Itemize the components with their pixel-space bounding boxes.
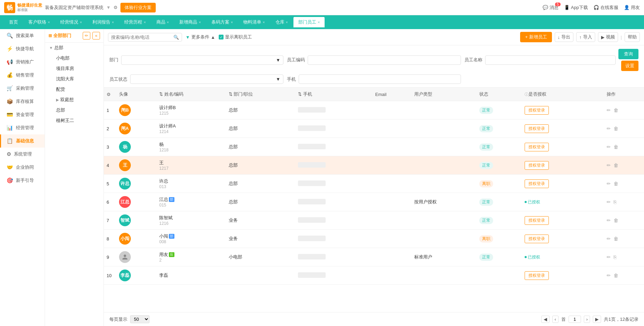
sidebar-item-base[interactable]: 📋 基础信息 <box>0 134 45 148</box>
dept-node-shuangting[interactable]: ▶ 双庭想 <box>52 95 103 105</box>
reset-button[interactable]: 设置 <box>621 61 638 71</box>
tab-bom[interactable]: 物料清单 × <box>238 17 270 27</box>
all-dept-label[interactable]: ⊞ 全部部门 <box>48 33 71 39</box>
edit-icon[interactable]: ✏ <box>607 199 611 205</box>
delete-icon[interactable]: 🗑 <box>614 273 618 278</box>
message-button[interactable]: 💬 5 消息 <box>543 5 559 11</box>
tab-customer[interactable]: 客户联络 × <box>24 17 55 27</box>
dropdown-icon[interactable]: ▼ <box>106 5 111 10</box>
dept-collapse-icon[interactable]: « <box>92 32 100 39</box>
dept-select[interactable]: ▼ <box>121 55 283 65</box>
tab-profit[interactable]: 利润报告 × <box>88 17 119 27</box>
edit-icon[interactable]: ✏ <box>607 218 611 223</box>
delete-icon[interactable]: 🗑 <box>614 218 618 223</box>
search-input-wrap[interactable]: 🔍 <box>108 33 182 42</box>
close-icon[interactable]: × <box>80 20 82 24</box>
edit-icon[interactable]: ✏ <box>607 273 611 278</box>
tab-operation[interactable]: 经营情况 × <box>55 17 87 27</box>
delete-icon[interactable]: 🗑 <box>614 181 618 186</box>
online-service-button[interactable]: 🎧 在线客服 <box>593 5 618 11</box>
tab-home[interactable]: 首页 <box>4 17 23 27</box>
search-icon[interactable]: 🔍 <box>173 35 179 40</box>
copy-icon[interactable]: ⎘ <box>614 199 616 205</box>
dept-node-zongbu[interactable]: ▼ 总部 <box>45 43 103 53</box>
copy-icon[interactable]: ⎘ <box>614 254 616 260</box>
import-button[interactable]: ↑ 导入 <box>576 32 595 42</box>
sidebar-item-collab[interactable]: 🤝 企业协同 <box>0 161 45 174</box>
resign-checkbox[interactable] <box>219 35 224 39</box>
phone-input[interactable] <box>299 74 461 84</box>
col-phone[interactable]: ⇅ 手机 <box>295 88 372 101</box>
dept-edit-icon[interactable]: ✏ <box>83 32 90 39</box>
auth-button[interactable]: 授权登录 <box>525 179 549 188</box>
prev-page-button[interactable]: ‹ <box>552 316 559 323</box>
dept-node-zongbu2[interactable]: 总部 <box>52 105 103 115</box>
sidebar-item-nav[interactable]: ⚡ 快捷导航 <box>0 42 45 55</box>
sidebar-item-system[interactable]: ⚙ 系统管理 <box>0 148 45 161</box>
auth-button[interactable]: 授权登录 <box>525 161 549 170</box>
user-button[interactable]: 👤 用友 <box>624 5 640 11</box>
search-input[interactable] <box>111 35 173 40</box>
next-page-button[interactable]: › <box>584 316 590 323</box>
close-icon[interactable]: × <box>199 20 201 24</box>
sidebar-item-purchase[interactable]: 🛒 采购管理 <box>0 82 45 95</box>
close-icon[interactable]: × <box>286 20 288 24</box>
delete-icon[interactable]: 🗑 <box>614 107 618 113</box>
dept-node-xiaodian[interactable]: 小电部 <box>52 53 103 63</box>
edit-icon[interactable]: ✏ <box>607 236 611 241</box>
auth-button[interactable]: 授权登录 <box>525 106 549 115</box>
tab-barcode[interactable]: 条码方案 × <box>207 17 238 27</box>
sidebar-item-marketing[interactable]: 📢 营销推广 <box>0 55 45 69</box>
dept-node-peihuo[interactable]: 配货 <box>52 84 103 95</box>
auth-button[interactable]: 授权登录 <box>525 216 549 225</box>
tab-add-goods[interactable]: 新增商品 × <box>174 17 206 27</box>
sidebar-item-guide[interactable]: 🎯 新手引导 <box>0 174 45 187</box>
status-select[interactable]: ▼ <box>130 74 283 84</box>
filter-more-button[interactable]: ▼ 更多条件 ▲ <box>185 34 215 40</box>
edit-icon[interactable]: ✏ <box>607 144 611 150</box>
trial-button[interactable]: 体验行业方案 <box>120 3 156 12</box>
app-download-button[interactable]: 📱 App下载 <box>564 5 588 11</box>
emp-code-input[interactable] <box>308 55 461 65</box>
settings-icon[interactable]: ⚙ <box>114 5 118 10</box>
dept-node-zhishu[interactable]: 植树王二 <box>52 115 103 126</box>
add-employee-button[interactable]: + 新增员工 <box>520 32 552 42</box>
edit-icon[interactable]: ✏ <box>607 181 611 186</box>
auth-button[interactable]: 授权登录 <box>525 143 549 151</box>
export-button[interactable]: ↓ 导出 <box>555 32 574 42</box>
close-icon[interactable]: × <box>231 20 233 24</box>
delete-icon[interactable]: 🗑 <box>614 126 618 131</box>
edit-icon[interactable]: ✏ <box>607 254 611 260</box>
delete-icon[interactable]: 🗑 <box>614 144 618 150</box>
auth-button[interactable]: 授权登录 <box>525 124 549 133</box>
view-button[interactable]: ▶ 视频 <box>598 32 618 42</box>
sidebar-item-search[interactable]: 🔍 搜索菜单 <box>0 29 45 42</box>
close-icon[interactable]: × <box>144 20 146 24</box>
close-icon[interactable]: × <box>48 20 50 24</box>
tab-employee[interactable]: 部门员工 × <box>293 17 325 27</box>
edit-icon[interactable]: ✏ <box>607 107 611 113</box>
tab-warehouse[interactable]: 仓库 × <box>271 17 293 27</box>
auth-button[interactable]: 授权登录 <box>525 235 549 243</box>
sidebar-item-inventory[interactable]: 📦 库存核算 <box>0 95 45 108</box>
tab-goods[interactable]: 商品 × <box>152 17 174 27</box>
sidebar-item-finance[interactable]: 💳 资金管理 <box>0 108 45 121</box>
delete-icon[interactable]: 🗑 <box>614 162 618 168</box>
close-icon[interactable]: × <box>318 20 320 24</box>
col-setting-icon[interactable]: ⚙ <box>107 92 111 97</box>
last-page-button[interactable]: ▶ <box>593 316 601 323</box>
close-icon[interactable]: × <box>263 20 265 24</box>
query-button[interactable]: 查询 <box>618 49 638 59</box>
edit-icon[interactable]: ✏ <box>607 126 611 131</box>
col-dept[interactable]: ⇅ 部门/职位 <box>226 88 295 101</box>
close-icon[interactable]: × <box>167 20 169 24</box>
show-resign-toggle[interactable]: 显示离职员工 <box>219 34 252 40</box>
dept-node-xiang[interactable]: 项目库房 <box>52 63 103 74</box>
col-setting[interactable]: ⚙ <box>104 88 116 101</box>
emp-name-input[interactable] <box>485 55 616 65</box>
delete-icon[interactable]: 🗑 <box>614 236 618 241</box>
dept-node-shenyang[interactable]: 沈阳大库 <box>52 74 103 84</box>
sidebar-item-sales[interactable]: 💰 销售管理 <box>0 69 45 82</box>
auth-button[interactable]: 授权登录 <box>525 271 549 280</box>
help-button[interactable]: 帮助 <box>625 32 640 42</box>
